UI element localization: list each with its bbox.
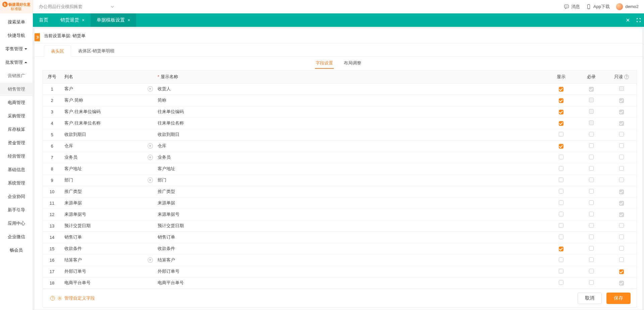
checkbox[interactable] bbox=[559, 166, 564, 171]
checkbox[interactable] bbox=[589, 269, 594, 273]
sidebar-item[interactable]: 资金管理 bbox=[0, 136, 33, 150]
cell-display-name[interactable]: 往来单位名称 bbox=[154, 117, 546, 129]
cell-display-name[interactable]: 收款到期日 bbox=[154, 129, 546, 140]
cancel-button[interactable]: 取消 bbox=[578, 293, 602, 304]
close-icon[interactable]: × bbox=[82, 17, 85, 23]
checkbox[interactable] bbox=[589, 280, 594, 285]
cell-display-name[interactable]: 往来单位编码 bbox=[154, 106, 546, 117]
checkbox[interactable] bbox=[559, 200, 564, 205]
app-download-button[interactable]: App下载 bbox=[586, 4, 610, 10]
cell-display-name[interactable]: 简称 bbox=[154, 95, 546, 106]
section-tab[interactable]: 表头区 bbox=[44, 45, 71, 57]
checkbox[interactable] bbox=[619, 235, 624, 239]
brand-logo[interactable]: b 畅捷通好生意 标准版 bbox=[0, 0, 33, 13]
checkbox[interactable] bbox=[559, 235, 564, 239]
close-all-tabs-button[interactable] bbox=[623, 18, 633, 22]
checkbox[interactable] bbox=[619, 223, 624, 228]
checkbox[interactable] bbox=[589, 257, 594, 262]
save-button[interactable]: 保存 bbox=[606, 293, 631, 304]
cell-display-name[interactable]: 收款条件 bbox=[154, 243, 546, 254]
sidebar-item[interactable]: 快捷导航 bbox=[0, 29, 33, 42]
sidebar-item[interactable]: 企业协同 bbox=[0, 190, 33, 203]
checkbox[interactable] bbox=[619, 143, 624, 148]
sidebar-item[interactable]: 批发管理 bbox=[0, 56, 33, 69]
fullscreen-button[interactable] bbox=[633, 18, 644, 22]
fields-table-scroll[interactable]: 序号 列名 *显示名称 显示 必录 只读? 1客户+收货人2客户.简称简称3客户… bbox=[43, 70, 637, 289]
checkbox[interactable] bbox=[589, 223, 594, 228]
sidebar-subitem[interactable]: 营销推广 bbox=[0, 69, 33, 83]
section-tab[interactable]: 表体区-销货单明细 bbox=[71, 45, 121, 56]
collapse-toggle[interactable] bbox=[35, 33, 40, 41]
checkbox[interactable] bbox=[589, 235, 594, 239]
checkbox[interactable] bbox=[589, 143, 594, 148]
messages-button[interactable]: 消息 bbox=[564, 4, 580, 10]
tab[interactable]: 单据模板设置× bbox=[91, 13, 136, 27]
checkbox[interactable] bbox=[619, 269, 624, 274]
user-menu[interactable]: demo2 bbox=[616, 3, 639, 10]
plus-icon[interactable]: + bbox=[148, 155, 153, 160]
checkbox[interactable] bbox=[559, 223, 564, 228]
manage-custom-fields-link[interactable]: ? 管理自定义字段 bbox=[49, 295, 95, 301]
checkbox[interactable] bbox=[559, 212, 564, 216]
tab[interactable]: 销货退货× bbox=[54, 13, 91, 27]
cell-display-name[interactable]: 客户地址 bbox=[154, 163, 546, 174]
sidebar-item[interactable]: 零售管理 bbox=[0, 42, 33, 56]
checkbox[interactable] bbox=[559, 177, 564, 182]
checkbox[interactable] bbox=[559, 132, 564, 137]
checkbox[interactable] bbox=[589, 189, 594, 194]
help-icon[interactable]: ? bbox=[624, 74, 629, 79]
checkbox[interactable] bbox=[589, 155, 594, 159]
sidebar-item[interactable]: 库存核算 bbox=[0, 123, 33, 136]
checkbox[interactable] bbox=[589, 212, 594, 216]
cell-display-name[interactable]: 预计交货日期 bbox=[154, 220, 546, 231]
sidebar-item[interactable]: 畅会员 bbox=[0, 244, 33, 257]
checkbox[interactable] bbox=[559, 257, 564, 262]
checkbox[interactable] bbox=[559, 269, 564, 273]
plus-icon[interactable]: + bbox=[148, 86, 153, 92]
sidebar-item[interactable]: 应用中心 bbox=[0, 217, 33, 230]
checkbox[interactable] bbox=[559, 121, 564, 126]
checkbox[interactable] bbox=[619, 257, 624, 262]
sidebar-item[interactable]: 新手引导 bbox=[0, 203, 33, 217]
cell-display-name[interactable]: 电商平台单号 bbox=[154, 277, 546, 289]
sidebar-item[interactable]: 经营管理 bbox=[0, 150, 33, 163]
plus-icon[interactable]: + bbox=[148, 177, 153, 183]
checkbox[interactable] bbox=[619, 166, 624, 171]
cell-display-name[interactable]: 收货人 bbox=[154, 83, 546, 95]
checkbox[interactable] bbox=[589, 166, 594, 171]
account-selector[interactable]: 办公用品行业模拟账套 bbox=[39, 4, 114, 10]
checkbox[interactable] bbox=[559, 144, 564, 149]
sidebar-item[interactable]: 电商管理 bbox=[0, 96, 33, 109]
cell-display-name[interactable]: 来源单据号 bbox=[154, 209, 546, 220]
sidebar-item[interactable]: 基础信息 bbox=[0, 163, 33, 176]
checkbox[interactable] bbox=[559, 110, 564, 114]
checkbox[interactable] bbox=[589, 200, 594, 205]
close-icon[interactable]: × bbox=[127, 17, 130, 23]
checkbox[interactable] bbox=[619, 246, 624, 251]
checkbox[interactable] bbox=[559, 155, 564, 159]
checkbox[interactable] bbox=[589, 246, 594, 251]
checkbox[interactable] bbox=[619, 155, 624, 159]
sidebar-item[interactable]: 采购管理 bbox=[0, 109, 33, 123]
sidebar-item[interactable]: 系统管理 bbox=[0, 176, 33, 190]
sidebar-item[interactable]: 企业微信 bbox=[0, 230, 33, 244]
sub-tab[interactable]: 布局调整 bbox=[343, 58, 362, 69]
plus-icon[interactable]: + bbox=[148, 143, 153, 149]
cell-display-name[interactable]: 来源单据 bbox=[154, 197, 546, 209]
checkbox[interactable] bbox=[589, 177, 594, 182]
cell-display-name[interactable]: 仓库 bbox=[154, 140, 546, 152]
cell-display-name[interactable]: 结算客户 bbox=[154, 254, 546, 266]
sub-tab[interactable]: 字段设置 bbox=[315, 58, 334, 69]
tab[interactable]: 首页 bbox=[33, 13, 54, 27]
checkbox[interactable] bbox=[559, 189, 564, 194]
cell-display-name[interactable]: 部门 bbox=[154, 174, 546, 186]
cell-display-name[interactable]: 推广类型 bbox=[154, 186, 546, 197]
cell-display-name[interactable]: 外部订单号 bbox=[154, 266, 546, 277]
sidebar-subitem[interactable]: 销售管理 bbox=[0, 83, 33, 96]
plus-icon[interactable]: + bbox=[148, 257, 153, 263]
sidebar-item[interactable]: 搜索菜单 bbox=[0, 15, 33, 29]
checkbox[interactable] bbox=[559, 87, 564, 92]
checkbox[interactable] bbox=[559, 98, 564, 103]
checkbox[interactable] bbox=[619, 177, 624, 182]
checkbox[interactable] bbox=[589, 132, 594, 137]
